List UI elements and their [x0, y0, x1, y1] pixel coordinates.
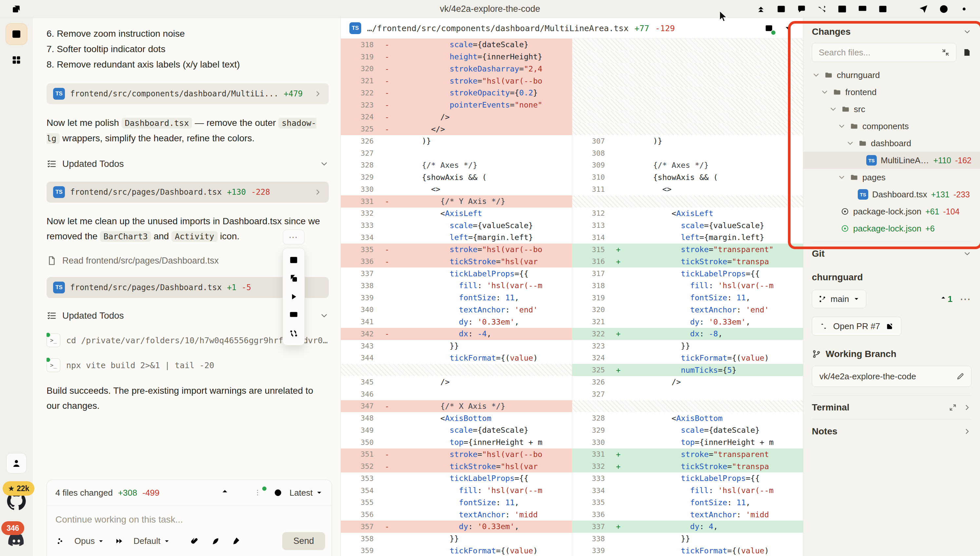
shrink-icon[interactable] — [941, 48, 950, 57]
diff-sign: + — [612, 522, 625, 531]
copy-icon[interactable] — [284, 269, 303, 288]
diff-code: fontSize: 11, — [394, 498, 572, 507]
user-icon[interactable] — [6, 453, 27, 474]
file-deletions: -162 — [955, 156, 972, 165]
mode-selector[interactable]: Default — [133, 536, 170, 546]
version-dropdown[interactable]: Latest — [289, 488, 323, 498]
todo-list-icon[interactable] — [254, 486, 266, 499]
diff-filler-row — [572, 123, 803, 135]
terminal-command-row[interactable]: >_npx vite build 2>&1 | tail -20 — [47, 358, 329, 372]
diff-code: dy: '0.33em', — [625, 317, 803, 326]
monitor-icon[interactable] — [856, 2, 869, 16]
file-chip[interactable]: TSfrontend/src/pages/Dashboard.tsx+130-2… — [47, 182, 329, 203]
quill-icon[interactable] — [209, 535, 222, 548]
diff-code: tickFormat={(value) — [625, 546, 803, 555]
composer-input[interactable] — [47, 506, 332, 531]
commits-ahead[interactable]: 1 — [940, 294, 953, 304]
tree-folder-components[interactable]: components — [812, 118, 972, 135]
diff-row: 352- tickStroke="hsl(var — [341, 460, 572, 472]
model-selector[interactable]: Opus — [74, 536, 105, 546]
chat-bubble-icon[interactable] — [794, 2, 808, 16]
monitor-icon[interactable] — [284, 306, 303, 324]
collapse-up-icon[interactable] — [754, 2, 768, 16]
diff-line-number: 327 — [341, 149, 380, 157]
tree-folder-frontend[interactable]: frontend — [812, 84, 972, 101]
diff-sign: - — [380, 450, 394, 459]
diff-row: 314 left={margin.left} — [572, 231, 803, 244]
diff-row: 329 scale={dateScale} — [572, 424, 803, 436]
diff-row: 332 <AxisLeft — [341, 207, 572, 220]
tree-file-multilinearea-tsx[interactable]: TSMultiLineArea.tsx+110-162 — [803, 152, 980, 169]
working-branch-input[interactable] — [819, 371, 956, 382]
diff-sign: + — [612, 366, 625, 374]
fast-forward-icon[interactable] — [112, 535, 126, 548]
scroll-up-icon[interactable] — [219, 486, 231, 499]
menu-icon[interactable] — [896, 2, 910, 16]
diff-code: /> — [625, 377, 803, 386]
diff-code: tickStroke="hsl(var — [394, 257, 572, 266]
tree-folder-pages[interactable]: pages — [812, 169, 972, 186]
diff-code: textAnchor: 'midd — [394, 510, 572, 519]
package-lock-icon — [841, 224, 849, 233]
tree-file-package-lock-json[interactable]: package-lock.json+61-104 — [812, 203, 972, 220]
file-chip-label: frontend/src/pages/Dashboard.tsx — [70, 283, 221, 292]
workspace-icon[interactable] — [6, 23, 27, 45]
file-search-box[interactable] — [812, 43, 956, 62]
windows-stack-icon[interactable] — [9, 2, 23, 16]
todos-label: Updated Todos — [62, 310, 124, 321]
pen-icon[interactable] — [230, 535, 243, 548]
pause-icon[interactable] — [733, 2, 747, 16]
spark-icon[interactable] — [236, 486, 249, 499]
pencil-icon[interactable] — [956, 372, 965, 381]
share-icon[interactable] — [916, 2, 930, 16]
columns-icon[interactable] — [774, 2, 788, 16]
diff-code: scale={valueScale} — [625, 221, 803, 230]
terminal-icon[interactable] — [835, 2, 849, 16]
diff-line-number: 326 — [572, 378, 612, 386]
help-icon[interactable] — [937, 2, 951, 16]
changes-header[interactable]: Changes — [812, 21, 972, 42]
diff-row: 324 tickFormat={(value) — [572, 352, 803, 364]
sliders-icon[interactable] — [53, 535, 66, 548]
screenshot-icon[interactable] — [284, 251, 303, 269]
diff-row: 318 fill: 'hsl(var(--m — [572, 280, 803, 292]
diff-line-number: 329 — [341, 173, 380, 181]
tree-file-package-lock-json[interactable]: package-lock.json+6 — [812, 220, 972, 237]
more-options-icon[interactable]: ⋯ — [283, 230, 305, 244]
diff-view-toggle-icon[interactable] — [762, 22, 775, 35]
diff-sign: - — [380, 52, 394, 61]
branch-selector[interactable]: main — [812, 290, 866, 308]
tree-folder-src[interactable]: src — [812, 101, 972, 118]
chevron-down-icon[interactable] — [781, 22, 794, 35]
terminal-header[interactable]: Terminal — [812, 395, 972, 419]
play-icon[interactable] — [284, 288, 303, 306]
send-button[interactable]: Send — [282, 532, 325, 550]
open-pr-button[interactable]: Open PR #7 — [812, 317, 901, 336]
todos-row[interactable]: Updated Todos — [47, 157, 329, 170]
app-window: vk/4e2a-explore-the-code ★ 22k 34 — [0, 0, 980, 556]
diff-code: }} — [394, 534, 572, 543]
terminal-icon: >_ — [47, 333, 60, 347]
shuffle-icon[interactable] — [815, 2, 828, 16]
settings-gear-icon[interactable] — [957, 2, 971, 16]
file-search-input[interactable] — [818, 47, 941, 58]
diff-code: stroke="transparent — [625, 450, 803, 459]
grid-icon[interactable] — [8, 52, 24, 68]
git-compare-icon[interactable] — [284, 324, 303, 343]
tree-folder-dashboard[interactable]: dashboard — [812, 135, 972, 152]
pin-panel-icon[interactable] — [962, 48, 972, 57]
diff-row: 338 }} — [572, 533, 803, 545]
paperclip-icon[interactable] — [188, 535, 201, 548]
folder-icon — [841, 105, 850, 113]
tree-file-dashboard-tsx[interactable]: TSDashboard.tsx+131-233 — [812, 186, 972, 203]
tree-folder-churnguard[interactable]: churnguard — [812, 66, 972, 84]
notes-header[interactable]: Notes — [812, 419, 972, 443]
git-header[interactable]: Git — [812, 243, 972, 264]
more-options-icon[interactable]: ⋯ — [960, 293, 972, 305]
expand-icon[interactable] — [949, 403, 957, 412]
sidebar-toggle-icon[interactable] — [876, 2, 890, 16]
diff-line-number: 340 — [341, 305, 380, 314]
diff-line-number: 354 — [341, 486, 380, 495]
file-chip[interactable]: TSfrontend/src/components/dashboard/Mult… — [47, 83, 329, 104]
diff-row: 343 }} — [341, 340, 572, 352]
